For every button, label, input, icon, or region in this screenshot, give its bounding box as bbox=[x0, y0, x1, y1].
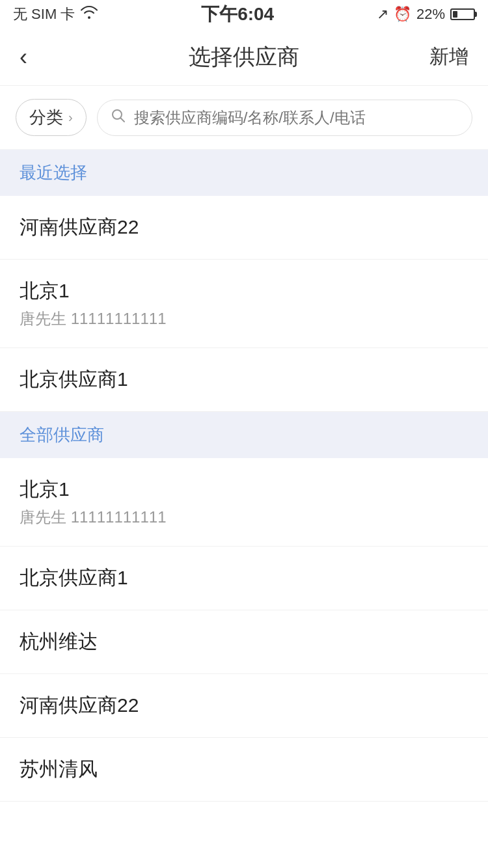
list-item[interactable]: 北京供应商1 bbox=[0, 348, 488, 412]
category-filter-button[interactable]: 分类 › bbox=[16, 99, 87, 136]
status-right: ↗ ⏰ 22% bbox=[377, 6, 475, 23]
supplier-name: 苏州清风 bbox=[20, 756, 468, 783]
list-item[interactable]: 河南供应商22 bbox=[0, 674, 488, 738]
supplier-detail: 唐先生 11111111111 bbox=[20, 308, 468, 329]
location-icon: ↗ bbox=[377, 6, 388, 23]
supplier-name: 河南供应商22 bbox=[20, 214, 468, 241]
status-bar: 无 SIM 卡 下午6:04 ↗ ⏰ 22% bbox=[0, 0, 488, 29]
all-section-header: 全部供应商 bbox=[0, 412, 488, 458]
sim-label: 无 SIM 卡 bbox=[13, 5, 75, 24]
recent-section-label: 最近选择 bbox=[20, 163, 87, 182]
list-item[interactable]: 北京1唐先生 11111111111 bbox=[0, 260, 488, 348]
battery-icon bbox=[450, 8, 475, 20]
back-button[interactable]: ‹ bbox=[20, 44, 59, 71]
list-item[interactable]: 苏州清风 bbox=[0, 738, 488, 802]
supplier-name: 北京供应商1 bbox=[20, 366, 468, 393]
filter-bar: 分类 › bbox=[0, 86, 488, 150]
add-button[interactable]: 新增 bbox=[429, 44, 468, 70]
chevron-right-icon: › bbox=[68, 110, 73, 125]
recent-section-header: 最近选择 bbox=[0, 150, 488, 196]
wifi-icon bbox=[80, 6, 98, 23]
category-label: 分类 bbox=[29, 106, 63, 129]
supplier-name: 杭州维达 bbox=[20, 629, 468, 655]
list-item[interactable]: 北京供应商1 bbox=[0, 547, 488, 610]
supplier-name: 北京1 bbox=[20, 278, 468, 305]
list-item[interactable]: 北京1唐先生 11111111111 bbox=[0, 458, 488, 547]
page-title: 选择供应商 bbox=[189, 42, 299, 72]
search-box bbox=[97, 100, 472, 136]
search-input[interactable] bbox=[134, 109, 459, 127]
nav-bar: ‹ 选择供应商 新增 bbox=[0, 29, 488, 86]
all-section-label: 全部供应商 bbox=[20, 425, 104, 444]
list-item[interactable]: 河南供应商22 bbox=[0, 196, 488, 260]
svg-line-1 bbox=[120, 118, 124, 122]
list-item[interactable]: 杭州维达 bbox=[0, 610, 488, 674]
search-icon bbox=[111, 108, 126, 128]
recent-list: 河南供应商22北京1唐先生 11111111111北京供应商1 bbox=[0, 196, 488, 412]
battery-percent: 22% bbox=[416, 6, 445, 23]
all-list: 北京1唐先生 11111111111北京供应商1杭州维达河南供应商22苏州清风 bbox=[0, 458, 488, 802]
supplier-name: 北京1 bbox=[20, 476, 468, 503]
alarm-icon: ⏰ bbox=[394, 6, 411, 23]
supplier-detail: 唐先生 11111111111 bbox=[20, 507, 468, 528]
status-left: 无 SIM 卡 bbox=[13, 5, 98, 24]
supplier-name: 河南供应商22 bbox=[20, 692, 468, 719]
status-time: 下午6:04 bbox=[201, 2, 274, 27]
supplier-name: 北京供应商1 bbox=[20, 565, 468, 591]
